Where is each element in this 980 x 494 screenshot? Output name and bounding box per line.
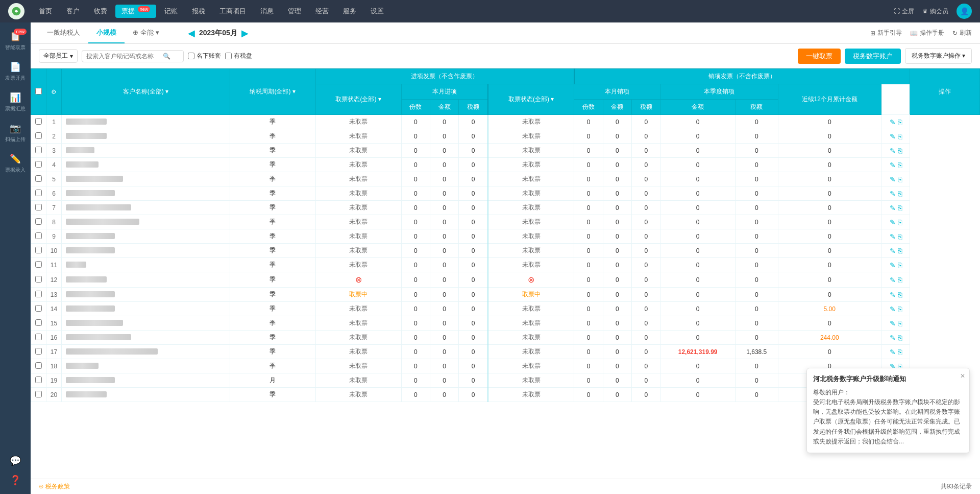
sidebar-item-smart-invoice[interactable]: 📋 智能取票 new (2, 27, 29, 55)
nav-item-customer[interactable]: 客户 (60, 5, 86, 18)
nav-item-invoice[interactable]: 票据 new (115, 5, 156, 18)
table-row: 15 季 未取票 0 0 0 未取票 0 0 0 0 0 0 ✎ ⎘ (31, 316, 980, 331)
row-checkbox[interactable] (35, 204, 42, 210)
manual-link[interactable]: 📖 操作手册 (910, 29, 944, 37)
tax-digital-btn[interactable]: 税务数字账户 (845, 49, 901, 64)
row-checkbox[interactable] (35, 218, 42, 225)
row-checkbox[interactable] (35, 305, 42, 312)
search-icon[interactable]: 🔍 (163, 53, 170, 60)
copy-icon[interactable]: ⎘ (898, 247, 902, 255)
row-checkbox[interactable] (35, 276, 42, 283)
employee-select[interactable]: 全部员工 ▾ (39, 49, 78, 63)
nav-item-services[interactable]: 服务 (337, 5, 362, 18)
action-cell: ✎ ⎘ (881, 115, 910, 129)
account-checkbox[interactable] (188, 53, 194, 59)
nav-item-home[interactable]: 首页 (33, 5, 58, 18)
row-checkbox[interactable] (35, 377, 42, 383)
row-checkbox[interactable] (35, 348, 42, 355)
copy-icon[interactable]: ⎘ (898, 161, 902, 169)
nav-item-tax[interactable]: 报税 (186, 5, 211, 18)
nav-item-management[interactable]: 管理 (282, 5, 307, 18)
tab-general-taxpayer[interactable]: 一般纳税人 (39, 23, 88, 43)
sidebar-item-chat[interactable]: 💬 (2, 451, 29, 471)
edit-icon[interactable]: ✎ (890, 190, 896, 198)
copy-icon[interactable]: ⎘ (898, 348, 902, 356)
tab-small-scale[interactable]: 小规模 (88, 23, 125, 43)
nav-item-billing[interactable]: 收费 (88, 5, 113, 18)
sidebar-item-open-invoice[interactable]: 📄 发票开具 (2, 57, 29, 86)
checkbox-account[interactable]: 名下账套 (188, 52, 221, 60)
edit-icon[interactable]: ✎ (890, 218, 896, 226)
nav-item-operations[interactable]: 经营 (309, 5, 335, 18)
edit-icon[interactable]: ✎ (890, 204, 896, 212)
row-checkbox[interactable] (35, 118, 42, 125)
edit-icon[interactable]: ✎ (890, 161, 896, 169)
next-month-btn[interactable]: ▶ (241, 28, 249, 39)
row-checkbox[interactable] (35, 132, 42, 139)
notification-close-btn[interactable]: ✕ (960, 372, 965, 380)
edit-icon[interactable]: ✎ (890, 132, 896, 140)
sidebar-item-summary[interactable]: 📊 票据汇总 (2, 88, 29, 116)
copy-icon[interactable]: ⎘ (898, 190, 902, 198)
copy-icon[interactable]: ⎘ (898, 204, 902, 212)
row-checkbox[interactable] (35, 190, 42, 196)
tax-policy-link[interactable]: ⊙ 税务政策 (39, 482, 70, 491)
row-checkbox[interactable] (35, 247, 42, 253)
nav-item-accounting[interactable]: 记账 (158, 5, 184, 18)
copy-icon[interactable]: ⎘ (898, 334, 902, 342)
tab-all[interactable]: ⊕ 全能 ▾ (125, 23, 167, 43)
copy-icon[interactable]: ⎘ (898, 118, 902, 126)
nav-item-business[interactable]: 工商项目 (213, 5, 252, 18)
nav-item-settings[interactable]: 设置 (364, 5, 390, 18)
refresh-link[interactable]: ↻ 刷新 (952, 29, 972, 37)
row-checkbox[interactable] (35, 147, 42, 153)
edit-icon[interactable]: ✎ (890, 291, 896, 299)
row-checkbox[interactable] (35, 261, 42, 268)
copy-icon[interactable]: ⎘ (898, 261, 902, 269)
copy-icon[interactable]: ⎘ (898, 319, 902, 327)
edit-icon[interactable]: ✎ (890, 147, 896, 155)
vip-btn[interactable]: ♛ 购会员 (922, 7, 948, 16)
prev-month-btn[interactable]: ◀ (188, 28, 195, 39)
user-avatar[interactable]: 👤 (957, 4, 972, 19)
edit-icon[interactable]: ✎ (890, 276, 896, 284)
copy-icon[interactable]: ⎘ (898, 175, 902, 183)
row-checkbox[interactable] (35, 161, 42, 168)
edit-icon[interactable]: ✎ (890, 247, 896, 255)
edit-icon[interactable]: ✎ (890, 232, 896, 241)
edit-icon[interactable]: ✎ (890, 175, 896, 183)
select-all-checkbox[interactable] (35, 88, 42, 95)
row-checkbox[interactable] (35, 362, 42, 369)
row-checkbox[interactable] (35, 319, 42, 326)
row-checkbox[interactable] (35, 291, 42, 297)
edit-icon[interactable]: ✎ (890, 319, 896, 327)
edit-icon[interactable]: ✎ (890, 334, 896, 342)
sidebar-item-help[interactable]: ❓ (2, 471, 29, 490)
copy-icon[interactable]: ⎘ (898, 276, 902, 284)
copy-icon[interactable]: ⎘ (898, 147, 902, 155)
one-click-btn[interactable]: 一键取票 (798, 49, 841, 64)
copy-icon[interactable]: ⎘ (898, 132, 902, 140)
row-checkbox[interactable] (35, 334, 42, 340)
edit-icon[interactable]: ✎ (890, 305, 896, 313)
row-checkbox[interactable] (35, 232, 42, 239)
fullscreen-btn[interactable]: ⛶ 全屏 (894, 7, 914, 16)
new-guide-link[interactable]: ⊞ 新手引导 (870, 29, 902, 37)
row-checkbox[interactable] (35, 391, 42, 397)
nav-item-messages[interactable]: 消息 (254, 5, 280, 18)
row-checkbox[interactable] (35, 175, 42, 182)
search-input[interactable] (86, 53, 163, 60)
copy-icon[interactable]: ⎘ (898, 218, 902, 226)
checkbox-taxpad[interactable]: 有税盘 (225, 52, 252, 60)
copy-icon[interactable]: ⎘ (898, 291, 902, 299)
tax-operation-btn[interactable]: 税务数字账户操作 ▾ (905, 48, 972, 64)
in-amount-cell: 0 (430, 158, 458, 172)
copy-icon[interactable]: ⎘ (898, 232, 902, 241)
edit-icon[interactable]: ✎ (890, 348, 896, 356)
taxpad-checkbox[interactable] (225, 53, 232, 59)
edit-icon[interactable]: ✎ (890, 261, 896, 269)
edit-icon[interactable]: ✎ (890, 118, 896, 126)
sidebar-item-entry[interactable]: ✏️ 票据录入 (2, 149, 29, 178)
sidebar-item-scan-upload[interactable]: 📷 扫描上传 (2, 119, 29, 147)
copy-icon[interactable]: ⎘ (898, 305, 902, 313)
